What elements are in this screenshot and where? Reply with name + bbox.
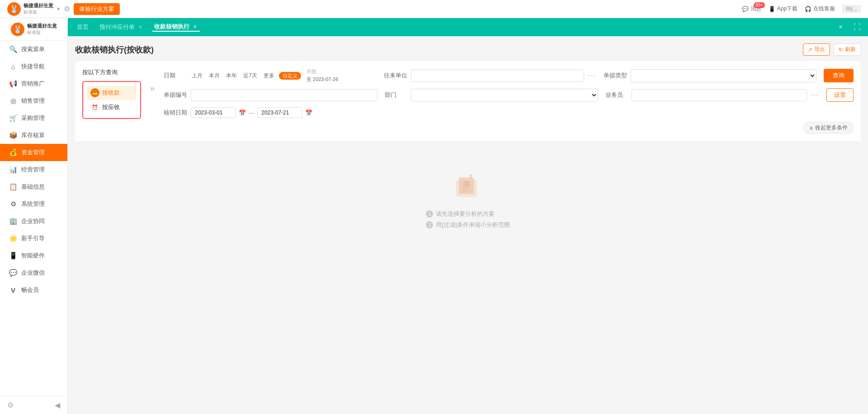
verify-date-start-calendar-icon[interactable]: 📅 [239,109,246,116]
verify-date-label: 核销日期 [164,109,187,117]
date-7days-btn[interactable]: 近7天 [241,71,259,81]
home-icon: ⌂ [9,63,18,71]
collapse-more-btn[interactable]: ∧ 收起更多条件 [803,122,854,134]
tab-home[interactable]: 首页 [75,23,90,31]
page-content: 收款核销执行(按收款) ↗ 导出 ↻ 刷新 按以下方查询 [68,36,868,414]
collapse-more-row: ∧ 收起更多条件 [164,122,854,134]
voucher-type-label: 单据类型 [604,71,627,80]
bottom-settings-icon[interactable]: ⚙ [7,401,14,409]
counterparty-field: 往来单位 ··· [384,70,597,82]
sidebar-item-enterprise[interactable]: 🏢 企业协同 [0,213,67,230]
cart-icon: 🛒 [9,114,18,122]
dept-select[interactable] [411,89,599,102]
top-bar-actions: 💬 消息 99+ 📱 App下载 🎧 在线客服 Rit... [742,5,861,13]
online-service-btn[interactable]: 🎧 在线客服 [805,5,835,13]
dropdown-icon[interactable]: ▾ [57,5,60,12]
empty-tip-2: 2 用[过滤]条件来缩小分析范围 [426,221,509,229]
sidebar-item-system[interactable]: ⚙ 系统管理 [0,195,67,213]
refresh-icon: ↻ [839,47,843,53]
date-label: 日期 [164,71,186,80]
tab-receipt-verify[interactable]: 收款核销执行 × [152,23,200,32]
tip-num-2: 2 [426,221,433,228]
sidebar-item-search-menu[interactable]: 🔍 搜索菜单 [0,41,67,58]
sidebar-item-basic-info[interactable]: 📋 基础信息 [0,178,67,195]
dept-label: 部门 [385,91,407,99]
sidebar-item-inventory[interactable]: 📦 库存核算 [0,127,67,144]
brand-text: 畅捷通好生意 标准版 [24,2,53,15]
export-icon: ↗ [808,47,812,53]
tab2-label: 收款核销执行 [154,23,189,31]
verify-date-end-input[interactable] [257,107,302,118]
query-btn[interactable]: 查询 [824,69,854,82]
settings-btn[interactable]: 设置 [826,88,854,102]
date-separator: — [249,109,255,116]
voucher-no-input[interactable] [191,89,377,101]
verify-date-start-input[interactable] [191,107,236,118]
verify-date-group: 📅 — 📅 [191,107,312,118]
user-info[interactable]: Rit... [842,5,861,13]
date-this-month-btn[interactable]: 本月 [207,71,222,81]
sidebar-label: 企业微信 [21,269,45,277]
sidebar-label: 资金管理 [21,148,45,157]
date-field: 日期 上月 本月 本年 近7天 更多 自定义 [164,68,377,83]
sidebar-item-hardware[interactable]: 📱 智能硬件 [0,247,67,264]
counterparty-label: 往来单位 [384,71,407,80]
tab1-close-btn[interactable]: × [137,24,143,31]
staff-field: 业务员 ··· [605,89,819,101]
counterparty-more-btn[interactable]: ··· [588,71,596,80]
filter-row-2: 单据编号 部门 [164,88,854,102]
date-this-year-btn[interactable]: 本年 [224,71,239,81]
staff-more-btn[interactable]: ··· [811,91,819,99]
collapse-btn-wrap: » [148,68,156,134]
page-header: 收款核销执行(按收款) ↗ 导出 ↻ 刷新 [75,43,861,56]
message-btn[interactable]: 💬 消息 99+ [742,5,761,13]
counterparty-input[interactable] [411,70,584,82]
tab-prepay[interactable]: 预付冲应付单 × [98,23,145,31]
sidebar-label: 营销推广 [21,80,45,88]
collapse-more-label: 收起更多条件 [815,124,848,132]
collapse-sidebar-icon[interactable]: ◀ [55,401,60,409]
sales-icon: ◎ [9,97,18,105]
verify-date-end-calendar-icon[interactable]: 📅 [305,109,312,116]
filter-selector-box: 💳 按收款 ⏰ 按应收 [82,81,141,119]
app-download-btn[interactable]: 📱 App下载 [769,5,797,13]
megaphone-icon: 📢 [9,80,18,88]
page-title: 收款核销执行(按收款) [75,44,154,55]
settings-icon[interactable]: ⚙ [64,5,70,13]
date-more-btn[interactable]: 更多 [262,71,276,81]
collapse-left-btn[interactable]: » [148,82,156,95]
sidebar-logo: 🐰 畅捷通好生意 标准版 [0,18,67,41]
sidebar-item-wechat[interactable]: 💬 企业微信 [0,264,67,281]
sidebar-item-sales[interactable]: ◎ 销售管理 [0,92,67,109]
tab2-close-btn[interactable]: × [192,23,198,30]
close-window-btn[interactable]: × [839,23,843,31]
voucher-type-select[interactable] [631,69,816,82]
trial-btn[interactable]: 体验行业方案 [74,3,120,15]
filter-option-receipt-label: 按收款 [102,89,120,97]
export-btn[interactable]: ↗ 导出 [803,43,830,56]
date-last-month-btn[interactable]: 上月 [190,71,204,81]
dept-field: 部门 [385,89,599,102]
staff-input[interactable] [632,89,807,101]
fullscreen-btn[interactable]: ⛶ [854,23,861,31]
date-shortcut-group: 上月 本月 本年 近7天 更多 自定义 [190,71,301,81]
date-custom-tag[interactable]: 自定义 [279,72,301,80]
sidebar-item-purchase[interactable]: 🛒 采购管理 [0,109,67,127]
document-icon: 📋 [9,183,18,191]
refresh-btn[interactable]: ↻ 刷新 [834,43,861,56]
sidebar-item-marketing[interactable]: 📢 营销推广 [0,75,67,92]
sidebar-item-newbie[interactable]: 🌟 新手引导 [0,230,67,247]
collapse-more-icon: ∧ [809,125,813,131]
sidebar-label: 搜索菜单 [21,45,45,53]
app-download-icon: 📱 [769,6,775,12]
sidebar-item-member[interactable]: V 畅会员 [0,281,67,299]
date-unlimited-label: 不限 [307,68,338,75]
sidebar-item-quick-nav[interactable]: ⌂ 快捷导航 [0,58,67,75]
filter-option-receipt[interactable]: 💳 按收款 [87,86,137,100]
sidebar-item-funds[interactable]: 💰 资金管理 [0,144,67,161]
sidebar-item-operation[interactable]: 📊 经营管理 [0,161,67,178]
logo-text: 畅捷通好生意 [24,2,53,9]
filter-right: 日期 上月 本月 本年 近7天 更多 自定义 [164,68,854,134]
sidebar-label: 销售管理 [21,97,45,105]
filter-option-receivable[interactable]: ⏰ 按应收 [87,100,137,114]
